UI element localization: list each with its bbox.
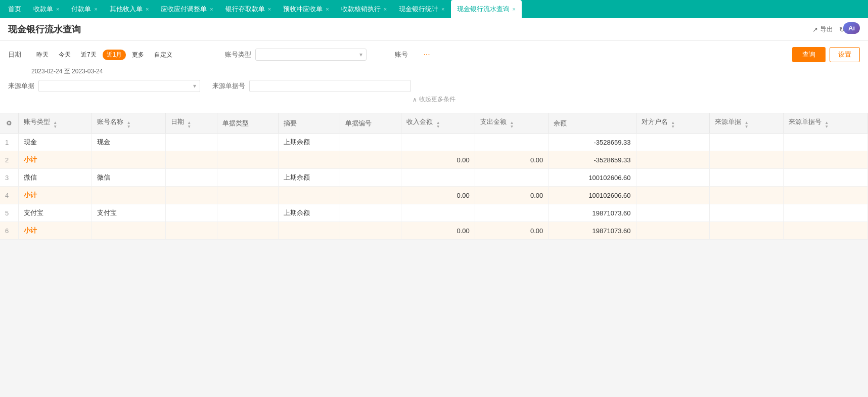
filter-area: 日期 昨天 今天 近7天 近1月 更多 自定义 账号类型 ▾ 账号 ··· bbox=[0, 41, 868, 113]
source-doc-select[interactable] bbox=[38, 80, 200, 92]
th-expense[interactable]: 支出金额 ▲▼ bbox=[475, 113, 549, 134]
table-cell bbox=[710, 169, 784, 187]
top-nav: 首页 收款单 × 付款单 × 其他收入单 × 应收应付调整单 × 银行存取款单 … bbox=[0, 0, 868, 18]
table-cell bbox=[217, 204, 279, 222]
th-account-name[interactable]: 账号名称 ▲▼ bbox=[92, 113, 166, 134]
table-cell: 0.00 bbox=[475, 222, 549, 240]
th-doc-no: 单据编号 bbox=[340, 113, 401, 134]
date-opt-today[interactable]: 今天 bbox=[55, 50, 75, 60]
close-icon[interactable]: × bbox=[210, 6, 213, 12]
close-icon[interactable]: × bbox=[268, 6, 271, 12]
table-cell bbox=[636, 187, 710, 204]
export-button[interactable]: ↗ 导出 bbox=[812, 25, 833, 34]
account-type-select-wrapper: ▾ bbox=[255, 49, 367, 61]
more-dots-icon[interactable]: ··· bbox=[423, 50, 430, 59]
table-cell bbox=[340, 151, 401, 169]
th-counterpart[interactable]: 对方户名 ▲▼ bbox=[636, 113, 710, 134]
nav-other-income[interactable]: 其他收入单 × bbox=[104, 0, 155, 18]
table-cell: 微信 bbox=[18, 169, 92, 187]
th-account-type[interactable]: 账号类型 ▲▼ bbox=[18, 113, 92, 134]
table-cell: 0.00 bbox=[401, 151, 475, 169]
table-cell: 现金 bbox=[18, 134, 92, 151]
account-group: 账号 ··· bbox=[395, 50, 434, 59]
collapse-bar[interactable]: ∧ 收起更多条件 bbox=[8, 92, 860, 107]
table-cell: 支付宝 bbox=[18, 204, 92, 222]
table-cell bbox=[217, 222, 279, 240]
table-cell bbox=[401, 169, 475, 187]
account-type-select[interactable] bbox=[255, 49, 367, 61]
table-cell bbox=[783, 151, 867, 169]
table-cell bbox=[636, 169, 710, 187]
table-cell bbox=[475, 169, 549, 187]
table-cell bbox=[340, 204, 401, 222]
source-doc-no-input[interactable] bbox=[249, 80, 411, 92]
close-icon[interactable]: × bbox=[441, 6, 444, 12]
nav-verification[interactable]: 收款核销执行 × bbox=[335, 0, 393, 18]
date-options: 昨天 今天 近7天 近1月 更多 自定义 bbox=[32, 50, 176, 60]
th-date[interactable]: 日期 ▲▼ bbox=[165, 113, 217, 134]
date-opt-more[interactable]: 更多 bbox=[128, 50, 148, 60]
table-cell: 2 bbox=[0, 151, 18, 169]
close-icon[interactable]: × bbox=[326, 6, 329, 12]
th-source-doc[interactable]: 来源单据 ▲▼ bbox=[710, 113, 784, 134]
table-cell bbox=[165, 151, 217, 169]
nav-prepay[interactable]: 预收冲应收单 × bbox=[277, 0, 335, 18]
table-cell bbox=[710, 222, 784, 240]
table-cell: 上期余额 bbox=[279, 204, 340, 222]
table-cell: 0.00 bbox=[401, 187, 475, 204]
source-doc-no-group: 来源单据号 bbox=[212, 80, 411, 92]
th-gear[interactable]: ⚙ bbox=[0, 113, 18, 134]
date-opt-custom[interactable]: 自定义 bbox=[150, 50, 176, 60]
table-cell bbox=[279, 187, 340, 204]
table-cell: 0.00 bbox=[475, 151, 549, 169]
table-cell bbox=[636, 151, 710, 169]
th-doc-type: 单据类型 bbox=[217, 113, 279, 134]
date-opt-yesterday[interactable]: 昨天 bbox=[32, 50, 53, 60]
date-opt-1month[interactable]: 近1月 bbox=[103, 50, 126, 60]
table-cell bbox=[165, 204, 217, 222]
close-icon[interactable]: × bbox=[146, 6, 149, 12]
table-cell: 1 bbox=[0, 134, 18, 151]
table-cell bbox=[340, 169, 401, 187]
table-cell bbox=[475, 204, 549, 222]
table-cell bbox=[340, 222, 401, 240]
source-doc-select-wrapper: ▾ bbox=[38, 80, 200, 92]
close-icon[interactable]: × bbox=[384, 6, 387, 12]
settings-button[interactable]: 设置 bbox=[830, 47, 860, 62]
table-cell: 19871073.60 bbox=[549, 222, 636, 240]
th-income[interactable]: 收入金额 ▲▼ bbox=[401, 113, 475, 134]
date-range-display: 2023-02-24 至 2023-03-24 bbox=[29, 67, 860, 76]
table-cell: 小计 bbox=[18, 187, 92, 204]
table-cell: 100102606.60 bbox=[549, 187, 636, 204]
table-cell bbox=[217, 151, 279, 169]
table-row: 4小计0.000.00100102606.60 bbox=[0, 187, 868, 204]
nav-shoukuan[interactable]: 收款单 × bbox=[27, 0, 65, 18]
table-cell: 6 bbox=[0, 222, 18, 240]
ai-badge[interactable]: Ai bbox=[843, 22, 860, 34]
table-cell bbox=[710, 187, 784, 204]
table-cell: 3 bbox=[0, 169, 18, 187]
table-cell bbox=[401, 134, 475, 151]
nav-cashflow[interactable]: 现金银行流水查询 × bbox=[451, 0, 522, 18]
query-button[interactable]: 查询 bbox=[792, 47, 826, 62]
table-cell bbox=[636, 222, 710, 240]
close-icon[interactable]: × bbox=[94, 6, 97, 12]
date-opt-7days[interactable]: 近7天 bbox=[77, 50, 101, 60]
th-source-doc-no[interactable]: 来源单据号 ▲▼ bbox=[783, 113, 867, 134]
source-doc-group: 来源单据 ▾ bbox=[8, 80, 200, 92]
source-doc-no-label: 来源单据号 bbox=[212, 81, 245, 91]
nav-fukuan[interactable]: 付款单 × bbox=[65, 0, 103, 18]
close-icon[interactable]: × bbox=[513, 6, 516, 12]
table-row: 1现金现金上期余额-3528659.33 bbox=[0, 134, 868, 151]
table-cell bbox=[636, 204, 710, 222]
nav-adjustment[interactable]: 应收应付调整单 × bbox=[155, 0, 219, 18]
table-cell: -3528659.33 bbox=[549, 134, 636, 151]
nav-stats[interactable]: 现金银行统计 × bbox=[393, 0, 450, 18]
data-table: ⚙ 账号类型 ▲▼ 账号名称 ▲▼ 日期 ▲▼ 单据类型 摘要 单据编号 收入金… bbox=[0, 113, 868, 240]
nav-home[interactable]: 首页 bbox=[2, 0, 27, 18]
th-summary: 摘要 bbox=[279, 113, 340, 134]
nav-bank-deposit[interactable]: 银行存取款单 × bbox=[219, 0, 277, 18]
export-icon: ↗ bbox=[812, 26, 818, 33]
close-icon[interactable]: × bbox=[56, 6, 59, 12]
table-cell bbox=[401, 204, 475, 222]
